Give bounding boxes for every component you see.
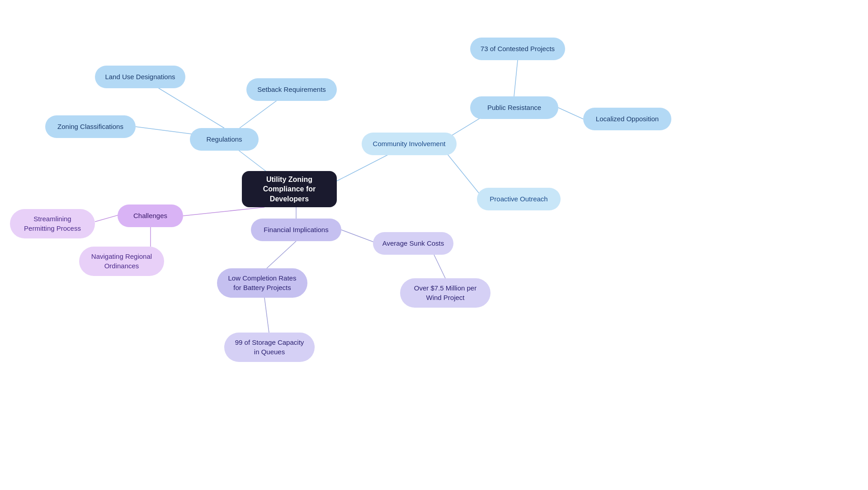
center-label: Utility Zoning Compliance for Developers [253, 175, 326, 204]
navigating-node[interactable]: Navigating Regional Ordinances [79, 247, 164, 276]
zoning-class-node[interactable]: Zoning Classifications [45, 115, 136, 138]
financial-node[interactable]: Financial Implications [251, 219, 341, 241]
svg-line-6 [514, 60, 518, 96]
svg-line-15 [267, 241, 296, 268]
svg-line-8 [445, 152, 484, 199]
svg-line-7 [558, 108, 583, 119]
zoning-class-label: Zoning Classifications [57, 122, 123, 131]
regulations-node[interactable]: Regulations [190, 128, 259, 151]
low-completion-node[interactable]: Low Completion Rates for Battery Project… [217, 268, 307, 298]
proactive-node[interactable]: Proactive Outreach [477, 188, 561, 210]
public-resistance-node[interactable]: Public Resistance [470, 96, 558, 119]
over-wind-node[interactable]: Over $7.5 Million per Wind Project [400, 278, 491, 308]
setback-label: Setback Requirements [257, 85, 326, 94]
contested-node[interactable]: 73 of Contested Projects [470, 38, 565, 60]
streamlining-node[interactable]: Streamlining Permitting Process [10, 209, 95, 238]
svg-line-13 [341, 230, 377, 243]
challenges-label: Challenges [133, 211, 167, 220]
localized-opp-label: Localized Opposition [596, 114, 659, 124]
navigating-label: Navigating Regional Ordinances [88, 252, 155, 271]
community-label: Community Involvement [373, 139, 446, 148]
storage-node[interactable]: 99 of Storage Capacity in Queues [224, 333, 315, 362]
challenges-node[interactable]: Challenges [118, 205, 183, 227]
setback-node[interactable]: Setback Requirements [246, 78, 337, 101]
regulations-label: Regulations [206, 135, 242, 144]
over-wind-label: Over $7.5 Million per Wind Project [409, 284, 481, 302]
financial-label: Financial Implications [264, 225, 328, 234]
svg-line-16 [264, 298, 269, 333]
localized-opp-node[interactable]: Localized Opposition [583, 108, 671, 130]
land-use-node[interactable]: Land Use Designations [95, 66, 185, 88]
svg-line-14 [434, 255, 445, 278]
contested-label: 73 of Contested Projects [481, 44, 555, 53]
sunk-costs-node[interactable]: Average Sunk Costs [373, 232, 453, 255]
low-completion-label: Low Completion Rates for Battery Project… [226, 274, 298, 292]
svg-line-9 [183, 207, 264, 216]
public-resistance-label: Public Resistance [487, 103, 541, 112]
proactive-label: Proactive Outreach [490, 195, 547, 204]
center-node[interactable]: Utility Zoning Compliance for Developers [242, 171, 337, 207]
community-node[interactable]: Community Involvement [362, 133, 457, 155]
storage-label: 99 of Storage Capacity in Queues [233, 338, 306, 357]
sunk-costs-label: Average Sunk Costs [382, 239, 444, 248]
streamlining-label: Streamlining Permitting Process [19, 214, 86, 233]
land-use-label: Land Use Designations [105, 72, 175, 81]
